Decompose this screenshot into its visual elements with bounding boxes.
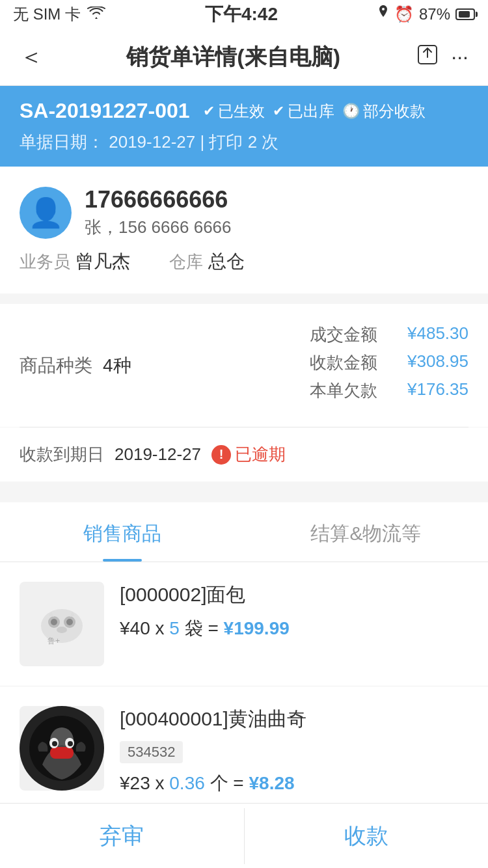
product-item-2: [000400001]黄油曲奇 534532 ¥23 x 0.36 个 = ¥8…: [0, 686, 488, 816]
customer-phone: 17666666666: [85, 186, 232, 213]
svg-point-7: [57, 627, 67, 633]
collect-payment-button[interactable]: 收款: [245, 808, 489, 864]
amount-label: 成交金额: [310, 323, 377, 346]
product-tag-2: 534532: [120, 741, 183, 763]
battery-percent: 87%: [419, 5, 450, 23]
debt-row: 本单欠款 ¥176.35: [310, 379, 468, 402]
product-name-1: [0000002]面包: [120, 582, 468, 608]
nav-bar: ＜ 销货单详情(来自电脑) ···: [0, 29, 488, 86]
price-sep-1: x: [156, 618, 170, 638]
tab-settlement-label: 结算&物流等: [310, 522, 421, 544]
tabs-bar: 销售商品 结算&物流等: [0, 502, 488, 562]
badge-shipped: ✔ 已出库: [273, 101, 334, 122]
svg-rect-11: [50, 747, 74, 759]
status-time: 下午4:42: [205, 2, 278, 27]
due-label: 收款到期日: [20, 443, 104, 466]
customer-section: 👤 17666666666 张，156 6666 6666 业务员 曾凡杰 仓库…: [0, 167, 488, 293]
warehouse-name: 总仓: [208, 249, 245, 274]
battery-icon: [455, 8, 475, 20]
overdue-text: 已逾期: [235, 443, 286, 466]
warehouse-detail: 仓库 总仓: [169, 249, 245, 274]
svg-point-14: [52, 741, 57, 746]
svg-point-5: [51, 619, 57, 625]
order-date: 2019-12-27: [109, 132, 195, 152]
tab-settlement[interactable]: 结算&物流等: [244, 502, 488, 562]
price-unit-2: ¥23: [120, 773, 150, 793]
customer-detail-row: 业务员 曾凡杰 仓库 总仓: [20, 249, 468, 274]
sales-detail: 业务员 曾凡杰: [20, 249, 130, 274]
price-eq-1: =: [208, 618, 223, 638]
back-button[interactable]: ＜: [13, 34, 49, 79]
customer-row: 👤 17666666666 张，156 6666 6666: [20, 186, 468, 239]
collected-label: 收款金额: [310, 351, 377, 374]
product-info-1: [0000002]面包 ¥40 x 5 袋 = ¥199.99: [120, 582, 468, 641]
more-button[interactable]: ···: [451, 45, 468, 69]
badge-partial-label: 部分收款: [363, 101, 426, 122]
summary-section: 商品种类 4种 成交金额 ¥485.30 收款金额 ¥308.95 本单欠款 ¥…: [0, 304, 488, 427]
order-header: SA-20191227-001 ✔ 已生效 ✔ 已出库 🕐 部分收款 单据日期：…: [0, 86, 488, 167]
sales-name: 曾凡杰: [75, 249, 130, 274]
price-total-2: ¥8.28: [249, 773, 294, 793]
summary-right: 成交金额 ¥485.30 收款金额 ¥308.95 本单欠款 ¥176.35: [310, 323, 468, 407]
svg-point-0: [382, 8, 385, 10]
badge-partial: 🕐 部分收款: [342, 101, 426, 122]
tab-sales-products-label: 销售商品: [83, 522, 161, 544]
wifi-icon: [87, 5, 105, 23]
clock-icon: 🕐: [342, 103, 360, 120]
bottom-bar: 弃审 收款: [0, 803, 488, 868]
page-title: 销货单详情(来自电脑): [49, 42, 417, 72]
due-section: 收款到期日 2019-12-27 ! 已逾期: [0, 427, 488, 481]
order-id-row: SA-20191227-001 ✔ 已生效 ✔ 已出库 🕐 部分收款: [20, 99, 468, 123]
divider-2: [0, 481, 488, 492]
status-badges: ✔ 已生效 ✔ 已出库 🕐 部分收款: [203, 101, 426, 122]
badge-shipped-label: 已出库: [288, 101, 334, 122]
svg-point-15: [68, 741, 73, 746]
type-label: 商品种类: [20, 353, 92, 378]
order-meta-sep: |: [200, 132, 209, 152]
badge-effective-label: 已生效: [218, 101, 265, 122]
status-right: ⏰ 87%: [377, 5, 475, 23]
product-info-2: [000400001]黄油曲奇 534532 ¥23 x 0.36 个 = ¥8…: [120, 706, 468, 796]
cancel-review-button[interactable]: 弃审: [0, 808, 245, 864]
share-button[interactable]: [417, 44, 438, 70]
tab-sales-products[interactable]: 销售商品: [0, 502, 244, 562]
svg-text:鲁+: 鲁+: [47, 636, 60, 645]
product-item: 鲁+ [0000002]面包 ¥40 x 5 袋 = ¥199.99: [0, 562, 488, 686]
product-placeholder-1: 鲁+: [20, 582, 104, 666]
price-eq-2: =: [233, 773, 249, 793]
debt-label: 本单欠款: [310, 379, 377, 402]
location-icon: [377, 5, 389, 23]
price-qty-2: 0.36: [169, 773, 205, 793]
type-count: 4种: [103, 353, 131, 378]
collected-value: ¥308.95: [390, 351, 468, 374]
status-bar: 无 SIM 卡 下午4:42 ⏰ 87%: [0, 0, 488, 29]
due-date: 2019-12-27: [115, 444, 201, 465]
alarm-icon: ⏰: [394, 5, 414, 23]
print-unit: 次: [262, 132, 278, 152]
order-meta: 单据日期： 2019-12-27 | 打印 2 次: [20, 131, 468, 154]
debt-value: ¥176.35: [390, 379, 468, 402]
product-image-2: [20, 706, 104, 791]
price-qty-1: 5: [169, 618, 180, 638]
price-unit-text-1: 袋: [185, 618, 203, 638]
amount-value: ¥485.30: [390, 323, 468, 346]
avatar-icon: 👤: [28, 196, 64, 230]
print-count: 2: [248, 132, 257, 152]
badge-effective: ✔ 已生效: [203, 101, 265, 122]
price-unit-text-2: 个: [210, 773, 228, 793]
check-icon-1: ✔: [203, 103, 215, 120]
svg-point-6: [66, 619, 73, 625]
check-icon-2: ✔: [273, 103, 284, 120]
product-image-1: 鲁+: [20, 582, 104, 666]
product-price-2: ¥23 x 0.36 个 = ¥8.28: [120, 771, 468, 796]
collected-row: 收款金额 ¥308.95: [310, 351, 468, 374]
order-id: SA-20191227-001: [20, 99, 190, 123]
product-img-inner-2: [20, 706, 104, 791]
price-unit-1: ¥40: [120, 618, 150, 638]
carrier-text: 无 SIM 卡: [13, 4, 81, 25]
warehouse-label: 仓库: [169, 251, 203, 273]
print-label: 打印: [209, 132, 243, 152]
product-name-2: [000400001]黄油曲奇: [120, 706, 468, 733]
overdue-badge: ! 已逾期: [211, 443, 286, 466]
summary-left: 商品种类 4种: [20, 323, 131, 407]
